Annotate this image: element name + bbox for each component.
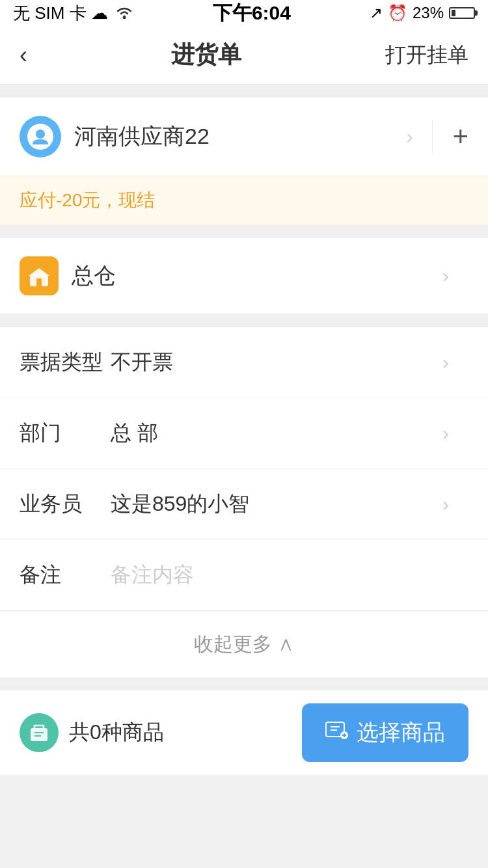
vertical-divider xyxy=(432,120,433,153)
warehouse-name: 总仓 xyxy=(72,261,442,291)
nav-bar: ‹ 进货单 打开挂单 xyxy=(0,26,488,85)
invoice-label: 票据类型 xyxy=(20,348,111,377)
sales-row[interactable]: 业务员 这是859的小智 › xyxy=(0,469,488,540)
status-left: 无 SIM 卡 ☁ xyxy=(13,2,134,25)
form-section: 票据类型 不开票 › 部门 总 部 › 业务员 这是859的小智 › 备注 备注… xyxy=(0,327,488,677)
svg-rect-4 xyxy=(36,278,42,286)
sales-value: 这是859的小智 xyxy=(111,490,442,519)
dept-value: 总 部 xyxy=(111,419,442,448)
status-bar: 无 SIM 卡 ☁ 下午6:04 ↗ ⏰ 23% xyxy=(0,0,488,26)
battery-icon xyxy=(449,7,475,19)
remark-row[interactable]: 备注 备注内容 xyxy=(0,540,488,611)
svg-point-1 xyxy=(36,129,45,139)
invoice-value: 不开票 xyxy=(111,348,442,377)
status-time: 下午6:04 xyxy=(213,0,291,27)
supplier-name: 河南供应商22 xyxy=(74,122,406,152)
sales-label: 业务员 xyxy=(20,490,111,519)
add-supplier-button[interactable]: + xyxy=(452,121,468,152)
section-gap-2 xyxy=(0,225,488,238)
select-product-label: 选择商品 xyxy=(357,718,445,748)
svg-point-0 xyxy=(122,16,126,19)
supplier-section: 河南供应商22 › + 应付-20元，现结 xyxy=(0,98,488,225)
dept-row[interactable]: 部门 总 部 › xyxy=(0,398,488,469)
product-count-area: 共0种商品 xyxy=(20,713,164,752)
sim-status: 无 SIM 卡 ☁ xyxy=(13,2,108,25)
remark-label: 备注 xyxy=(20,561,111,590)
svg-marker-3 xyxy=(29,268,49,276)
notice-bar: 应付-20元，现结 xyxy=(0,176,488,225)
warehouse-chevron-icon: › xyxy=(442,265,449,287)
location-icon: ↗ xyxy=(370,4,383,22)
avatar-icon xyxy=(27,124,53,150)
status-right: ↗ ⏰ 23% xyxy=(370,4,475,22)
collapse-bar[interactable]: 收起更多 ∧ xyxy=(0,611,488,677)
supplier-avatar xyxy=(20,116,61,157)
remark-input[interactable]: 备注内容 xyxy=(111,561,468,590)
open-pending-button[interactable]: 打开挂单 xyxy=(385,41,468,70)
svg-rect-5 xyxy=(31,728,47,741)
bottom-bar: 共0种商品 选择商品 xyxy=(0,690,488,775)
select-product-button[interactable]: 选择商品 xyxy=(302,703,468,762)
wifi-icon xyxy=(115,3,134,23)
dept-label: 部门 xyxy=(20,419,111,448)
battery-text: 23% xyxy=(413,4,444,22)
warehouse-icon xyxy=(20,256,59,295)
invoice-row[interactable]: 票据类型 不开票 › xyxy=(0,327,488,398)
sales-chevron-icon: › xyxy=(442,493,449,515)
warehouse-row[interactable]: 总仓 › xyxy=(0,238,488,314)
supplier-chevron-icon: › xyxy=(406,126,413,148)
product-icon xyxy=(20,713,59,752)
page-title: 进货单 xyxy=(171,39,241,71)
invoice-chevron-icon: › xyxy=(442,351,449,373)
dept-chevron-icon: › xyxy=(442,422,449,444)
select-product-icon xyxy=(325,721,349,745)
main-background xyxy=(0,775,488,868)
product-count-text: 共0种商品 xyxy=(69,718,164,747)
section-gap-3 xyxy=(0,314,488,327)
section-gap-1 xyxy=(0,85,488,98)
alarm-icon: ⏰ xyxy=(388,4,407,22)
back-button[interactable]: ‹ xyxy=(20,42,27,69)
supplier-row[interactable]: 河南供应商22 › + xyxy=(0,98,488,176)
